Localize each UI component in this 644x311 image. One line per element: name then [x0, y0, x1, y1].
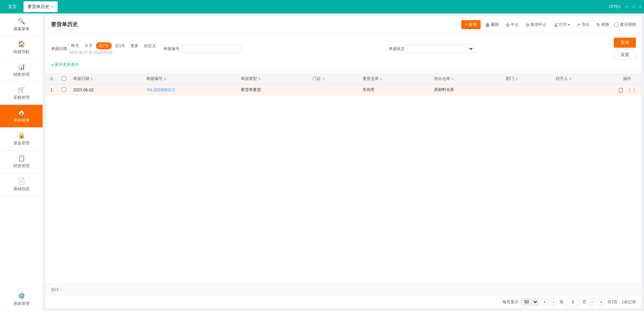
print-button[interactable]: 🖨 打印 ▾ [551, 20, 572, 29]
inventory-icon: 🏠 [18, 109, 25, 116]
close-window-btn[interactable]: × [639, 4, 641, 9]
action-edit-icon[interactable]: 📋 [616, 87, 625, 93]
table-area: ⚙ 单据日期 ⇅ 单据编号 ⇅ [46, 71, 641, 284]
total-info: 共1页，1条记录 [607, 299, 636, 305]
col-doc-type[interactable]: 单据类型 ⇅ [237, 73, 310, 85]
cancel-stop-button[interactable]: ⊘ 取消中止 [524, 20, 549, 29]
refresh-button[interactable]: ↻ 刷新 [594, 20, 611, 29]
action-more-icon[interactable]: ⋮⋮ [626, 87, 638, 93]
stop-button[interactable]: ⊘ 中止 [504, 20, 521, 29]
header-row: ⚙ 单据日期 ⇅ 单据编号 ⇅ [46, 73, 641, 85]
sort-date-icon: ⇅ [90, 77, 93, 81]
doc-status-select[interactable] [407, 44, 474, 53]
sidebar-item-inventory[interactable]: 🏠 库存核算 [0, 105, 43, 128]
delete-button[interactable]: 🗑 删除 [483, 20, 501, 29]
sidebar-item-label: 资金管理 [13, 140, 30, 146]
sidebar-item-label: 销售管理 [13, 72, 30, 78]
date-tab-1month[interactable]: 近1月 [113, 42, 127, 49]
export-icon: ↗ [577, 22, 581, 28]
prev-page-btn[interactable]: ‹ [551, 299, 557, 305]
row-check[interactable] [58, 85, 70, 95]
col-store[interactable]: 门店 ⇅ [309, 73, 359, 85]
show-detail-checkbox[interactable]: 显示明细 [614, 22, 636, 28]
doc-num-input[interactable] [181, 45, 242, 53]
show-detail-input[interactable] [614, 23, 619, 27]
pagination-bar: 每页显示 20 50 100 « ‹ 第 页 › » 共1页，1条记录 [46, 295, 641, 308]
table-body: 1 2023-06-02 YH-20230602-0 要货单要货 车间库 [46, 85, 641, 95]
first-page-btn[interactable]: « [541, 299, 548, 305]
top-bar: 首页 要货单历史 × OfTEn — □ × [0, 0, 644, 13]
footer-summary: 合计： [46, 284, 641, 295]
next-page-btn[interactable]: › [589, 299, 595, 305]
page-number-input[interactable] [566, 299, 580, 305]
date-tab-yesterday[interactable]: 昨天 [69, 42, 81, 49]
date-tab-today[interactable]: 今天 [83, 42, 95, 49]
col-check [58, 73, 70, 85]
col-handler[interactable]: 经手人 ⇅ [552, 73, 613, 85]
maximize-btn[interactable]: □ [633, 4, 635, 9]
col-dept[interactable]: 部门 ⇅ [502, 73, 552, 85]
minimize-btn[interactable]: — [625, 4, 629, 9]
sort-handler-icon: ⇅ [569, 77, 572, 81]
select-all-checkbox[interactable] [62, 76, 66, 81]
sidebar-item-label: 搜索菜单 [13, 26, 30, 32]
last-page-btn[interactable]: » [598, 299, 605, 305]
finance-icon: 🔒 [18, 132, 25, 139]
export-button[interactable]: ↗ 导出 [575, 20, 592, 29]
page-unit-label: 页 [582, 299, 586, 305]
sort-store-icon: ⇅ [322, 77, 325, 81]
tab-home[interactable]: 首页 [3, 0, 22, 13]
expand-more-btn[interactable]: ∨ 展开更多条件 [51, 62, 636, 68]
sidebar-item-quick-nav[interactable]: 🏠 快捷导航 [0, 36, 43, 59]
cell-handler [552, 85, 613, 95]
sidebar-item-operation[interactable]: 📋 经营管理 [0, 150, 43, 173]
filter-row: 单据日期 昨天 今天 近7天 近1月 更多 自定义 2023-05-27 至 2… [51, 38, 636, 60]
page-goto-label: 第 [559, 299, 564, 305]
col-wait-warehouse[interactable]: 待出仓库 ⇅ [431, 73, 503, 85]
col-req-warehouse[interactable]: 要货仓库 ⇅ [359, 73, 431, 85]
table-settings-icon[interactable]: ⚙ [50, 77, 54, 81]
doc-num-label: 单据编号 [163, 46, 179, 52]
date-tabs-list: 昨天 今天 近7天 近1月 更多 自定义 [69, 42, 158, 49]
top-bar-right: OfTEn — □ × [609, 4, 641, 9]
date-tab-more[interactable]: 更多 [128, 42, 141, 49]
tab-close-icon[interactable]: × [51, 4, 54, 9]
doc-num-link[interactable]: YH-20230602-0 [146, 88, 175, 92]
delete-icon: 🗑 [485, 22, 490, 28]
date-label: 单据日期 [51, 46, 67, 52]
sidebar-item-sales[interactable]: 📊 销售管理 [0, 59, 43, 82]
sort-dept-icon: ⇅ [515, 77, 518, 81]
page-size-label: 每页显示 [502, 299, 519, 305]
cell-date: 2023-06-02 [70, 85, 143, 95]
page-size-select[interactable]: 20 50 100 [521, 298, 538, 306]
sidebar-item-label: 经营管理 [13, 163, 30, 169]
col-doc-num[interactable]: 单据编号 ⇅ [143, 73, 237, 85]
cell-store [309, 85, 359, 95]
setting-button[interactable]: 设置 [614, 50, 636, 60]
sidebar-item-purchase[interactable]: 🛒 采购管理 [0, 82, 43, 105]
filter-actions: 查询 设置 [614, 38, 636, 60]
query-button[interactable]: 查询 [614, 38, 636, 48]
sidebar-item-finance[interactable]: 🔒 资金管理 [0, 128, 43, 150]
print-dropdown-icon: ▾ [568, 23, 570, 27]
col-date[interactable]: 单据日期 ⇅ [70, 73, 143, 85]
tab-active[interactable]: 要货单历史 × [23, 1, 58, 12]
cell-action: 📋 ⋮⋮ [613, 85, 641, 95]
row-checkbox[interactable] [62, 87, 66, 92]
date-tab-custom[interactable]: 自定义 [142, 42, 158, 49]
page-title: 要货单历史 [51, 21, 461, 28]
date-tab-7days[interactable]: 近7天 [96, 42, 112, 49]
cell-dept [502, 85, 552, 95]
date-filter-group: 单据日期 昨天 今天 近7天 近1月 更多 自定义 2023-05-27 至 2… [51, 42, 158, 55]
table-row: 1 2023-06-02 YH-20230602-0 要货单要货 车间库 [46, 85, 641, 95]
expand-icon: ∨ [51, 62, 54, 67]
sort-docnum-icon: ⇅ [164, 77, 166, 81]
operation-icon: 📋 [18, 154, 25, 162]
sidebar-item-system[interactable]: ⚙️ 系统管理 [0, 288, 43, 311]
cell-req-warehouse: 车间库 [359, 85, 431, 95]
page-container: 要货单历史 + 新增 🗑 删除 ⊘ 中止 ⊘ 取消中止 [46, 16, 641, 308]
sidebar-item-search-menu[interactable]: 🔍 搜索菜单 [0, 13, 43, 36]
new-button[interactable]: + 新增 [461, 20, 481, 29]
doc-status-filter-group: 单据状态 [389, 44, 608, 53]
sidebar-item-base-info[interactable]: 📄 基础信息 [0, 173, 43, 196]
